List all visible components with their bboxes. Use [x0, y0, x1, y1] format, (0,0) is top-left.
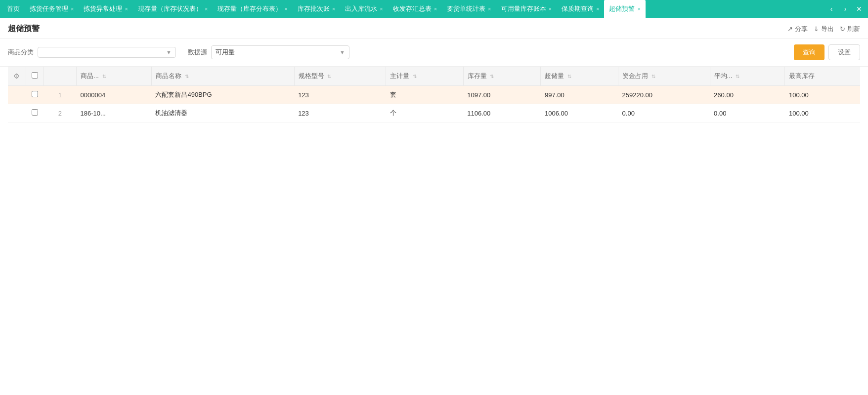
nav-item-close-4[interactable]: ×: [284, 6, 287, 12]
nav-item-label-0: 首页: [7, 4, 20, 13]
row-checkbox-0[interactable]: [32, 91, 38, 97]
nav-item-2[interactable]: 拣货异常处理×: [79, 0, 132, 18]
row-spec-0: 123: [294, 86, 386, 104]
row-product-name-1: 机油滤清器: [151, 104, 294, 122]
col-spec[interactable]: 规格型号 ⇅: [294, 67, 386, 86]
datasource-select[interactable]: 可用量 ▼: [211, 45, 349, 59]
sort-unit-icon: ⇅: [413, 74, 417, 79]
nav-item-label-3: 现存量（库存状况表）: [138, 4, 202, 13]
share-icon: ↗: [787, 25, 793, 33]
nav-item-close-10[interactable]: ×: [596, 6, 599, 12]
export-button[interactable]: ⇓ 导出: [814, 25, 834, 34]
table-row: 10000004六配套新昌490BPG123套1097.00997.002592…: [8, 86, 860, 104]
row-avg-1: 0.00: [710, 104, 785, 122]
row-max-stock-1: 100.00: [785, 104, 860, 122]
category-filter-group: 商品分类 ▼: [8, 47, 176, 58]
sort-overflow-icon: ⇅: [567, 74, 571, 79]
nav-item-close-7[interactable]: ×: [434, 6, 437, 12]
nav-arrow-close[interactable]: ✕: [852, 0, 866, 18]
share-button[interactable]: ↗ 分享: [787, 25, 808, 34]
col-avg[interactable]: 平均... ⇅: [710, 67, 785, 86]
sort-product-name-icon: ⇅: [185, 74, 189, 79]
settings-button[interactable]: 设置: [828, 44, 860, 60]
page-container: 超储预警 ↗ 分享 ⇓ 导出 ↻ 刷新 商品分类 ▼ 数据源: [0, 18, 868, 395]
nav-item-3[interactable]: 现存量（库存状况表）×: [133, 0, 213, 18]
row-unit-0: 套: [386, 86, 464, 104]
page-title: 超储预警: [8, 24, 40, 34]
row-capital-1: 0.00: [618, 104, 710, 122]
row-stock-1: 1106.00: [463, 104, 541, 122]
row-product-code-1: 186-10...: [77, 104, 152, 122]
nav-item-close-5[interactable]: ×: [332, 6, 335, 12]
category-dropdown-icon: ▼: [166, 49, 172, 55]
col-max-stock[interactable]: 最高库存: [785, 67, 860, 86]
top-nav: 首页拣货任务管理×拣货异常处理×现存量（库存状况表）×现存量（库存分布表）×库存…: [0, 0, 868, 18]
select-all-checkbox[interactable]: [32, 72, 38, 79]
row-capital-0: 259220.00: [618, 86, 710, 104]
nav-item-close-8[interactable]: ×: [488, 6, 491, 12]
nav-item-close-3[interactable]: ×: [205, 6, 208, 12]
col-overflow[interactable]: 超储量 ⇅: [541, 67, 618, 86]
row-checkbox-cell-0: [26, 86, 43, 104]
datasource-select-value: 可用量: [216, 48, 235, 57]
nav-item-8[interactable]: 要货单统计表×: [442, 0, 496, 18]
row-max-stock-0: 100.00: [785, 86, 860, 104]
row-unit-1: 个: [386, 104, 464, 122]
nav-item-4[interactable]: 现存量（库存分布表）×: [213, 0, 292, 18]
nav-item-5[interactable]: 库存批次账×: [293, 0, 340, 18]
nav-arrows: ‹ › ✕: [825, 0, 866, 18]
nav-item-10[interactable]: 保质期查询×: [557, 0, 604, 18]
datasource-dropdown-icon: ▼: [340, 49, 345, 55]
row-spec-1: 123: [294, 104, 386, 122]
column-settings-icon[interactable]: ⚙: [13, 72, 20, 80]
datasource-label: 数据源: [188, 48, 207, 57]
query-button[interactable]: 查询: [794, 44, 825, 60]
page-header: 超储预警 ↗ 分享 ⇓ 导出 ↻ 刷新: [0, 18, 868, 39]
col-stock[interactable]: 库存量 ⇅: [463, 67, 541, 86]
row-gear-0: [8, 86, 26, 104]
nav-item-label-10: 保质期查询: [562, 4, 594, 13]
row-overflow-1: 1006.00: [541, 104, 618, 122]
datasource-filter-group: 数据源 可用量 ▼: [188, 45, 349, 59]
col-settings: ⚙: [8, 67, 26, 86]
row-product-code-0: 0000004: [77, 86, 152, 104]
row-checkbox-cell-1: [26, 104, 43, 122]
nav-item-9[interactable]: 可用量库存账本×: [496, 0, 557, 18]
nav-item-close-6[interactable]: ×: [380, 6, 383, 12]
nav-item-11[interactable]: 超储预警×: [604, 0, 645, 18]
nav-item-label-5: 库存批次账: [298, 4, 330, 13]
nav-item-0[interactable]: 首页: [2, 0, 25, 18]
col-product-name[interactable]: 商品名称 ⇅: [151, 67, 294, 86]
nav-item-label-11: 超储预警: [609, 4, 635, 13]
nav-item-1[interactable]: 拣货任务管理×: [25, 0, 79, 18]
nav-item-close-11[interactable]: ×: [637, 6, 640, 12]
export-icon: ⇓: [814, 25, 819, 33]
col-unit[interactable]: 主计量 ⇅: [386, 67, 464, 86]
sort-capital-icon: ⇅: [651, 74, 655, 79]
row-stock-0: 1097.00: [463, 86, 541, 104]
col-product-code[interactable]: 商品... ⇅: [77, 67, 152, 86]
nav-item-label-7: 收发存汇总表: [393, 4, 432, 13]
row-overflow-0: 997.00: [541, 86, 618, 104]
header-actions: ↗ 分享 ⇓ 导出 ↻ 刷新: [787, 25, 860, 34]
sort-stock-icon: ⇅: [490, 74, 494, 79]
col-capital[interactable]: 资金占用 ⇅: [618, 67, 710, 86]
nav-item-close-9[interactable]: ×: [549, 6, 552, 12]
filter-actions: 查询 设置: [794, 44, 860, 60]
nav-item-label-2: 拣货异常处理: [84, 4, 122, 13]
nav-item-close-2[interactable]: ×: [125, 6, 128, 12]
table-header-row: ⚙ 商品... ⇅ 商品名称 ⇅ 规格型号 ⇅: [8, 67, 860, 86]
nav-item-6[interactable]: 出入库流水×: [340, 0, 388, 18]
nav-arrow-right[interactable]: ›: [838, 0, 852, 18]
row-avg-0: 260.00: [710, 86, 785, 104]
category-select[interactable]: ▼: [38, 47, 176, 58]
nav-item-label-4: 现存量（库存分布表）: [217, 4, 282, 13]
nav-item-label-9: 可用量库存账本: [501, 4, 546, 13]
nav-item-7[interactable]: 收发存汇总表×: [388, 0, 442, 18]
row-checkbox-1[interactable]: [32, 109, 38, 116]
refresh-icon: ↻: [840, 25, 845, 33]
refresh-button[interactable]: ↻ 刷新: [840, 25, 860, 34]
category-label: 商品分类: [8, 48, 34, 57]
nav-item-close-1[interactable]: ×: [71, 6, 74, 12]
nav-arrow-left[interactable]: ‹: [825, 0, 838, 18]
